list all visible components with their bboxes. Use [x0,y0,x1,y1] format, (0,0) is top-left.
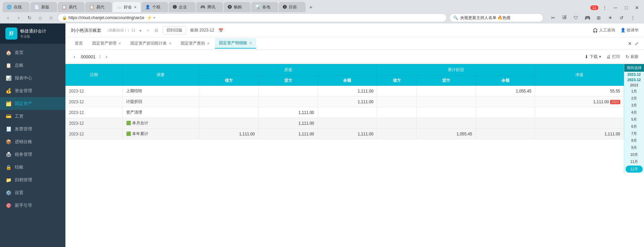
prev-arrow[interactable]: ‹ [71,53,78,60]
tab-haohui[interactable]: ☁️ 好会 ✕ [113,2,141,12]
period-month-item[interactable]: 3月 [624,102,644,109]
col-orig-balance: 余额 [318,76,377,86]
print-button[interactable]: 🖨 打印 [606,54,620,60]
tab-label: 企业 [179,4,187,10]
tab-yidai1[interactable]: 📋 易代 [58,2,85,12]
tab-asset-category[interactable]: 固定资产类别 ✕ [177,39,214,48]
period-month-item[interactable]: 8月 [624,137,644,144]
url-input[interactable]: 🔒 https://cloud.chanjet.com/accounting/u… [58,13,447,22]
tab-detail-close[interactable]: ✕ [249,41,252,45]
sidebar-item-guide[interactable]: 🎯 新手引导 [0,199,65,212]
col-orig-credit: 贷方 [258,76,318,86]
period-month-item[interactable]: 1月 [624,88,644,95]
settings-account-icon[interactable]: ⚙ [154,28,159,33]
tab-dep-close[interactable]: ✕ [169,42,171,45]
tab-chang[interactable]: 🅜 畅购 [224,2,251,12]
browser-tab-bar: 🌐 在线 📄 新版 📋 易代 📋 易代 ☁️ 好会 ✕ 👤 个税 🅒 企业 [0,0,644,12]
tab-close-icon[interactable]: ✕ [134,5,137,9]
expand-tab-action[interactable]: ⤢ [635,41,639,46]
period-month-item[interactable]: 12月 [626,166,643,173]
translate-icon[interactable]: 译 [560,13,569,22]
period-month-item[interactable]: 6月 [624,123,644,130]
user-menu[interactable]: 👤 徐译华 [621,27,639,33]
bookmark-button[interactable]: ☆ [47,14,55,22]
tab-geshui[interactable]: 👤 个税 [141,2,168,12]
sidebar-item-close[interactable]: 🔒 结账 [0,161,65,174]
search-text: 央视更新主持人名单 🔥热搜 [460,15,511,21]
tab-icon: 🎮 [200,5,205,9]
period-month-item[interactable]: 10月 [624,151,644,158]
tab-qiye[interactable]: 🅒 企业 [169,2,196,12]
service-button[interactable]: 🎧 人工咨询 [593,27,615,33]
calendar-icon[interactable]: 📅 [218,28,223,33]
sidebar-item-invoice[interactable]: 🧾 发票管理 [0,123,65,135]
game-icon[interactable]: 🎮 [583,13,592,22]
theme-icon[interactable]: ☀ [606,13,614,22]
dropdown-icon[interactable]: ▾ [139,28,142,33]
print-icon: 🖨 [606,54,611,59]
tab-home[interactable]: 首页 [71,39,87,48]
tab-label: 目前 [289,4,297,10]
sidebar-item-salary[interactable]: 💳 工资 [0,110,65,123]
tab-new[interactable]: 📄 新版 [30,2,57,12]
download-button[interactable]: ⬇ 下载 ▾ [585,54,601,60]
sidebar-item-reports[interactable]: 📊 报表中心 [0,72,65,84]
tab-asset-detail[interactable]: 固定资产明细账 ✕ [215,38,256,49]
tab-fixed-assets-mgmt[interactable]: 固定资产管理 ✕ [88,39,125,48]
period-month-item[interactable]: 4月 [624,109,644,116]
tab-gedi[interactable]: 📊 各地 [251,2,278,12]
home-nav-icon: 🏠 [5,50,11,55]
forward-button[interactable]: › [15,14,23,22]
period-selected-top[interactable]: 2023.12 [624,72,644,77]
scissors-icon[interactable]: ✂ [549,13,557,22]
tab-dep-label: 固定资产折旧统计表 [130,41,167,46]
minimize-icon[interactable]: ─ [611,3,620,12]
more-icon[interactable]: ⋮ [629,13,637,22]
period-month-item[interactable]: 9月 [624,144,644,151]
sidebar-item-ledger[interactable]: 📋 总账 [0,59,65,72]
period-month-item[interactable]: 11月 [624,158,644,165]
next-arrow[interactable]: › [103,53,110,60]
period-month-item[interactable]: 7月 [624,130,644,137]
period-panel: 期间选择 2023.12 2023.12 2023 1月2月3月4月5月6月7月… [624,64,644,173]
close-window-icon[interactable]: ✕ [633,3,641,12]
tab-muqian[interactable]: 🅢 目前 [279,2,306,12]
period-selected-bottom[interactable]: 2023.12 [624,77,644,82]
tab-icon: 📊 [255,5,260,9]
tab-badge: 11 [590,5,598,10]
home-button[interactable]: ⌂ [36,14,44,22]
col-dep-balance: 余额 [476,76,535,86]
reload-button[interactable]: ↻ [25,14,34,22]
tab-icon: 📄 [34,5,39,9]
search-bar[interactable]: 🔍 央视更新主持人名单 🔥热搜 [449,13,543,22]
tab-yidai2[interactable]: 📋 易代 [85,2,112,12]
tab-depreciation-stats[interactable]: 固定资产折旧统计表 ✕ [126,39,175,48]
table-row: 2023-12🟩 本月合计1,111.00 [66,118,624,129]
sidebar-item-home[interactable]: 🏠 首页 [0,46,65,59]
sidebar-label-salary: 工资 [15,113,23,119]
close-tab-action[interactable]: ✕ [628,41,632,46]
tab-cat-close[interactable]: ✕ [207,42,210,45]
new-tab-button[interactable]: + [306,3,316,12]
sidebar-item-archive[interactable]: 📁 归档管理 [0,174,65,186]
add-account-icon[interactable]: ＋ [146,27,150,34]
tab-online[interactable]: 🌐 在线 [3,2,30,12]
browser-menu-icon[interactable]: ⋮ [600,3,609,12]
sidebar-item-funds[interactable]: 💰 资金管理 [0,84,65,97]
sidebar-item-fixed-assets[interactable]: 🗂️ 固定资产 [0,97,65,110]
tab-assets-close[interactable]: ✕ [118,42,121,45]
back-button[interactable]: ‹ [4,14,12,22]
period-month-item[interactable]: 2月 [624,95,644,102]
grid-icon[interactable]: ⊞ [594,13,603,22]
sidebar-item-settings[interactable]: ⚙️ 设置 [0,186,65,199]
sidebar-item-trade[interactable]: 📦 进销台账 [0,135,65,148]
switch-version-button[interactable]: 切到旧版 [163,26,186,35]
tab-tengxun[interactable]: 🎮 腾讯 [196,2,223,12]
sidebar-item-tax[interactable]: 🖨️ 税务管理 [0,148,65,161]
refresh-button[interactable]: ↻ 刷新 [626,54,639,60]
col-net: 净值 [535,64,624,86]
shield-icon[interactable]: 🛡 [572,13,580,22]
undo-icon[interactable]: ↺ [617,13,626,22]
period-month-item[interactable]: 5月 [624,116,644,123]
maximize-icon[interactable]: □ [622,3,631,12]
